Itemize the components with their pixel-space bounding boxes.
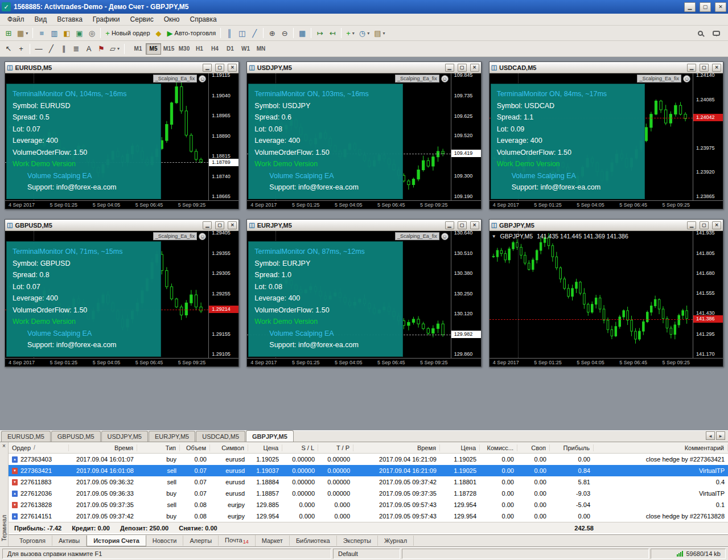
chart-window-titlebar[interactable]: ◫USDJPY,M5▁▢✕ — [247, 62, 480, 73]
chart-shift-button[interactable]: ↤ — [326, 27, 339, 39]
chart-tab-eurjpy[interactable]: EURJPY,M5 — [149, 431, 195, 442]
strategy-tester-button[interactable]: ◎ — [85, 27, 98, 39]
chart-window-titlebar[interactable]: ◫EURJPY,M5▁▢✕ — [247, 220, 480, 231]
zoom-in-button[interactable]: ⊕ — [266, 27, 278, 39]
chart-close-button[interactable]: ✕ — [228, 221, 237, 229]
metaeditor-button[interactable]: ◆ — [153, 27, 165, 39]
time-axis[interactable]: 4 Sep 20175 Sep 01:255 Sep 04:055 Sep 06… — [490, 358, 723, 367]
history-column-header[interactable]: S / L — [282, 444, 318, 451]
line-mode-button[interactable]: ╱ — [248, 27, 261, 39]
menu-item[interactable]: Вид — [30, 14, 52, 24]
text-label-button[interactable]: A — [83, 43, 95, 55]
new-chart-button[interactable]: ⊞ — [2, 27, 15, 39]
history-column-header[interactable]: T / P — [318, 444, 353, 451]
chart-tab-gbpjpy[interactable]: GBPJPY,M5 — [246, 430, 294, 442]
terminal-tab-эксперты[interactable]: Эксперты — [337, 536, 378, 546]
ea-smiley-icon[interactable]: ☺ — [199, 75, 206, 83]
terminal-tab-торговля[interactable]: Торговля — [13, 536, 52, 546]
terminal-tab-библиотека[interactable]: Библиотека — [290, 536, 337, 546]
menu-item[interactable]: Вставка — [52, 14, 88, 24]
chart-minimize-button[interactable]: ▁ — [687, 221, 696, 229]
history-column-header[interactable]: Объем — [180, 444, 210, 451]
zoom-out-button[interactable]: ⊖ — [278, 27, 291, 39]
chart-close-button[interactable]: ✕ — [470, 221, 479, 229]
chart-restore-button[interactable]: ▢ — [458, 64, 467, 72]
horizontal-line-button[interactable]: — — [32, 43, 45, 55]
close-button[interactable]: ✕ — [715, 2, 726, 12]
timeframe-h4-button[interactable]: H4 — [207, 43, 223, 55]
timeframe-m30-button[interactable]: M30 — [176, 43, 192, 55]
chart-plot[interactable]: ▼GBPJPY,M5141.435 141.445 141.369 141.38… — [490, 231, 693, 358]
timeframe-mn-button[interactable]: MN — [253, 43, 269, 55]
trendline-button[interactable]: ╱ — [45, 43, 57, 55]
chart-minimize-button[interactable]: ▁ — [203, 64, 212, 72]
chart-tab-eurusd[interactable]: EURUSD,M5 — [1, 431, 51, 442]
terminal-tab-алерты[interactable]: Алерты — [183, 536, 219, 546]
history-column-header[interactable]: Цена — [248, 444, 282, 451]
tab-scroll-left-icon[interactable]: ◂ — [706, 431, 715, 440]
ea-smiley-icon[interactable]: ☺ — [441, 75, 449, 83]
history-column-header[interactable]: Комментарий — [594, 444, 728, 451]
data-window-button[interactable]: ▥ — [48, 27, 60, 39]
chart-restore-button[interactable]: ▢ — [215, 221, 224, 229]
timeframe-h1-button[interactable]: H1 — [192, 43, 207, 55]
indicators-button[interactable]: +▾ — [344, 27, 357, 39]
history-column-header[interactable]: Тип — [137, 444, 180, 451]
ea-smiley-icon[interactable]: ☺ — [441, 233, 449, 240]
auto-scroll-button[interactable]: ↦ — [314, 27, 326, 39]
history-row[interactable]: ▲2273634032017.09.04 16:01:07buy0.00euru… — [9, 454, 728, 465]
price-scale[interactable]: 109.845109.735109.625109.520109.300109.1… — [451, 73, 481, 200]
navigator-button[interactable]: ◧ — [60, 27, 73, 39]
history-column-header[interactable]: Своп — [517, 444, 550, 451]
history-column-header[interactable]: Ордер/ — [9, 444, 69, 451]
terminal-tab-история-счета[interactable]: История Счета — [87, 535, 146, 546]
history-column-header[interactable]: Время — [353, 444, 440, 451]
history-column-header[interactable]: Прибыль — [550, 444, 594, 451]
time-axis[interactable]: 4 Sep 20175 Sep 01:255 Sep 04:055 Sep 06… — [490, 200, 723, 209]
chart-minimize-button[interactable]: ▁ — [445, 64, 454, 72]
chart-tab-gbpusd[interactable]: GBPUSD,M5 — [51, 431, 101, 442]
chart-restore-button[interactable]: ▢ — [700, 221, 709, 229]
terminal-tab-журнал[interactable]: Журнал — [378, 536, 414, 546]
time-axis[interactable]: 4 Sep 20175 Sep 01:255 Sep 04:055 Sep 06… — [5, 358, 238, 367]
menu-item[interactable]: Окно — [159, 14, 185, 24]
history-row[interactable]: ▲2276120362017.09.05 09:36:33buy0.07euru… — [9, 488, 728, 499]
history-column-header[interactable]: Цена — [440, 444, 480, 451]
shapes-button[interactable]: ▱▾ — [108, 43, 122, 55]
bar-chart-mode-button[interactable]: ║ — [223, 27, 236, 39]
history-row[interactable]: ▼2276138282017.09.05 09:37:35sell0.08eur… — [9, 499, 728, 510]
price-scale[interactable]: 130.640130.510130.380130.250130.120129.8… — [451, 231, 481, 358]
menu-item[interactable]: Графики — [88, 14, 125, 24]
search-button[interactable] — [694, 27, 706, 39]
chart-close-button[interactable]: ✕ — [228, 64, 237, 72]
history-row[interactable]: ▼2276118832017.09.05 09:36:32sell0.07eur… — [9, 476, 728, 488]
timeframe-m5-button[interactable]: M5 — [146, 43, 161, 55]
tile-windows-button[interactable]: ▦ — [296, 27, 309, 39]
chart-window-titlebar[interactable]: ◫GBPJPY,M5▁▢✕ — [490, 220, 723, 231]
templates-button[interactable]: ▤▾ — [372, 27, 387, 39]
chart-close-button[interactable]: ✕ — [712, 221, 721, 229]
terminal-close-icon[interactable]: × — [1, 443, 7, 450]
history-row[interactable]: ▲2276141512017.09.05 09:37:42buy0.08eurj… — [9, 510, 728, 522]
price-scale[interactable]: 141.935141.805141.680141.555141.430141.2… — [693, 231, 723, 358]
menu-item[interactable]: Файл — [2, 14, 30, 24]
terminal-tab-почта[interactable]: Почта14 — [219, 535, 256, 546]
chart-close-button[interactable]: ✕ — [712, 64, 721, 72]
terminal-tab-маркет[interactable]: Маркет — [256, 536, 290, 546]
time-axis[interactable]: 4 Sep 20175 Sep 01:255 Sep 04:055 Sep 06… — [5, 200, 238, 209]
new-order-button[interactable]: +Новый ордер — [103, 27, 152, 39]
chart-plot[interactable]: TerminalMonitor ON, 103ms, ~16msSymbol: … — [247, 73, 450, 200]
chart-restore-button[interactable]: ▢ — [700, 64, 709, 72]
price-scale[interactable]: 1.241401.240851.239751.239201.238651.240… — [693, 73, 723, 200]
ea-smiley-icon[interactable]: ☺ — [199, 233, 206, 240]
chart-minimize-button[interactable]: ▁ — [445, 221, 454, 229]
chart-plot[interactable]: TerminalMonitor ON, 87ms, ~12msSymbol: E… — [247, 231, 450, 358]
chart-plot[interactable]: TerminalMonitor ON, 104ms, ~16msSymbol: … — [5, 73, 208, 200]
title-bar[interactable]: ✓ 1568885: Activtrades-Demo - Демо Счет … — [0, 0, 728, 14]
arrows-tool-button[interactable]: ⚑ — [95, 43, 108, 55]
terminal-tab-новости[interactable]: Новости — [146, 536, 184, 546]
chart-restore-button[interactable]: ▢ — [215, 64, 224, 72]
chart-window-titlebar[interactable]: ◫GBPUSD,M5▁▢✕ — [5, 220, 238, 231]
timeframe-m1-button[interactable]: M1 — [130, 43, 146, 55]
chart-tab-usdjpy[interactable]: USDJPY,M5 — [101, 431, 148, 442]
